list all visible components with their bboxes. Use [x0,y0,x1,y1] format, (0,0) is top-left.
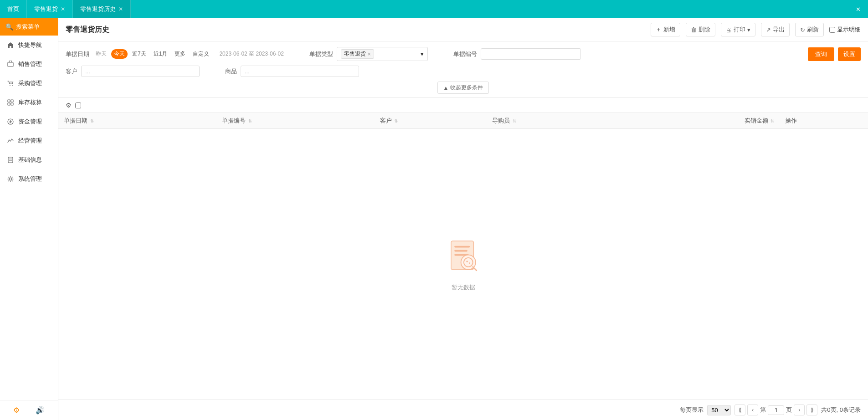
svg-rect-14 [454,250,467,252]
per-page-label: 每页显示 [680,406,704,414]
page-nav: ⟪ ‹ 第 页 › ⟫ [734,405,817,415]
show-detail-checkbox[interactable]: 显示明细 [829,26,861,34]
date-opt-7days[interactable]: 近7天 [129,49,149,59]
tab-return-label: 零售退货 [34,5,58,13]
doc-type-select[interactable]: 零售退货 × ▾ [337,47,428,61]
table-area: ⚙ 单据日期 ⇅ 单据编号 ⇅ 客户 [58,98,868,420]
col-doc-date-sort[interactable]: ⇅ [90,118,94,123]
col-doc-no-sort[interactable]: ⇅ [248,118,252,123]
search-icon: 🔍 [5,23,13,31]
doc-no-label: 单据编号 [453,50,477,58]
tab-return[interactable]: 零售退货 ✕ [27,0,73,18]
col-guide-label: 导购员 [492,117,510,124]
table-settings-icon[interactable]: ⚙ [66,102,72,109]
sidebar-item-basic-info[interactable]: 基础信息 [0,150,58,169]
top-bar: 首页 零售退货 ✕ 零售退货历史 ✕ ✕ [0,0,868,18]
svg-rect-8 [8,157,13,163]
page-label: 第 [760,406,766,414]
sidebar-item-system[interactable]: 系统管理 [0,169,58,189]
col-action-label: 操作 [785,117,797,124]
col-doc-date: 单据日期 ⇅ [58,113,216,129]
date-label: 单据日期 [66,50,89,58]
export-button[interactable]: ↗ 导出 [761,23,790,36]
sidebar-item-quick-nav[interactable]: 快捷导航 [0,36,58,55]
page-next-button[interactable]: › [794,405,805,415]
per-page-select[interactable]: 50 10 20 100 [707,405,731,415]
sidebar-item-finance[interactable]: 资金管理 [0,112,58,131]
purchase-icon [6,79,15,87]
col-amount: 实销金额 ⇅ [622,113,780,129]
page-input[interactable] [768,405,784,415]
sidebar-item-operations-label: 经营管理 [18,137,42,145]
doc-type-tag-close[interactable]: × [368,51,371,57]
svg-rect-13 [454,246,470,248]
date-opt-custom[interactable]: 自定义 [190,49,212,59]
col-guide-sort[interactable]: ⇅ [513,118,516,123]
customer-select[interactable]: ... [81,66,200,77]
goods-label: 商品 [225,67,237,76]
sidebar-item-purchase[interactable]: 采购管理 [0,74,58,93]
settings-button[interactable]: 设置 [838,47,861,61]
layout: 🔍 搜索菜单 快捷导航 销售管理 采购管理 库存核算 [0,18,868,420]
page-suffix: 页 [786,406,792,414]
tab-return-close[interactable]: ✕ [61,6,65,12]
no-data-icon [443,237,484,278]
col-customer-sort[interactable]: ⇅ [394,118,398,123]
refresh-icon: ↻ [800,26,805,33]
customer-label: 客户 [66,67,77,76]
page-first-button[interactable]: ⟪ [734,405,745,415]
print-dropdown-icon: ▾ [747,26,750,33]
query-button[interactable]: 查询 [808,47,834,61]
date-opt-1month[interactable]: 近1月 [151,49,170,59]
refresh-button[interactable]: ↻ 刷新 [795,23,824,36]
add-button[interactable]: ＋ 新增 [651,23,680,36]
date-opt-more[interactable]: 更多 [172,49,188,59]
filter-goods: 商品 ... [225,66,359,77]
filter-doc-no: 单据编号 [453,48,581,60]
collapse-button[interactable]: ▲ 收起更多条件 [437,82,489,94]
sidebar-search-label: 搜索菜单 [16,23,40,31]
date-opt-yesterday[interactable]: 昨天 [93,49,109,59]
col-customer: 客户 ⇅ [375,113,487,129]
print-button[interactable]: 🖨 打印 ▾ [721,23,755,36]
col-amount-sort[interactable]: ⇅ [770,118,774,123]
col-amount-label: 实销金额 [745,117,768,124]
sidebar-search[interactable]: 🔍 搜索菜单 [0,18,58,36]
empty-text: 暂无数据 [452,283,475,292]
svg-point-1 [10,85,10,86]
date-options: 昨天 今天 近7天 近1月 更多 自定义 [93,49,212,59]
sidebar-bottom: ⚙ 🔊 [0,400,58,420]
page-last-button[interactable]: ⟫ [806,405,817,415]
page-prev-button[interactable]: ‹ [747,405,758,415]
doc-type-dropdown-icon: ▾ [421,51,424,57]
window-close[interactable]: ✕ [856,6,868,13]
doc-no-input[interactable] [481,48,581,60]
print-label: 打印 [734,26,745,34]
sidebar-item-finance-label: 资金管理 [18,118,42,126]
operations-icon [6,137,15,145]
basic-info-icon [6,156,15,164]
tab-return-history[interactable]: 零售退货历史 ✕ [73,0,131,18]
sidebar-item-inventory-label: 库存核算 [18,98,42,107]
settings-gear-icon[interactable]: ⚙ [13,406,20,415]
tab-home[interactable]: 首页 [0,0,27,18]
doc-type-label: 单据类型 [309,50,333,58]
tab-return-history-close[interactable]: ✕ [118,6,123,12]
show-detail-input[interactable] [829,27,835,33]
home-icon [6,41,15,49]
goods-select[interactable]: ... [241,66,359,77]
sidebar-item-inventory[interactable]: 库存核算 [0,93,58,112]
audio-icon[interactable]: 🔊 [36,406,45,415]
customer-dots: ... [85,68,90,75]
delete-button[interactable]: 🗑 删除 [686,23,715,36]
delete-icon: 🗑 [691,26,697,33]
svg-point-19 [466,261,468,262]
date-opt-today[interactable]: 今天 [111,49,128,59]
goods-dots: ... [245,68,250,75]
main-content: 零售退货历史 ＋ 新增 🗑 删除 🖨 打印 ▾ ↗ 导出 [58,18,868,420]
filter-row-1: 单据日期 昨天 今天 近7天 近1月 更多 自定义 2023-06-02 至 2… [66,47,861,61]
sidebar-item-operations[interactable]: 经营管理 [0,131,58,150]
table-select-all-checkbox[interactable] [75,102,81,108]
sidebar-item-sales[interactable]: 销售管理 [0,55,58,74]
svg-rect-0 [8,62,13,67]
